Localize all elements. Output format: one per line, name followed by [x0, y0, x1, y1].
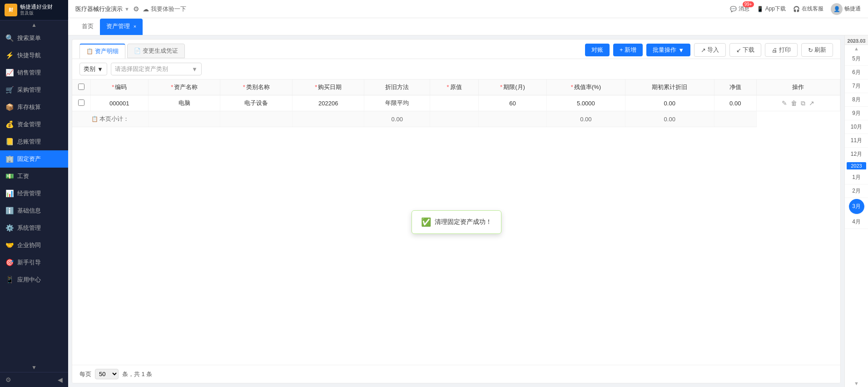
row-name: 电脑	[148, 95, 220, 111]
capital-icon: 💰	[5, 120, 14, 129]
cloud-icon: ☁	[143, 5, 149, 13]
calendar-month-10[interactable]: 10月	[845, 120, 868, 134]
calendar-month-6[interactable]: 6月	[845, 66, 868, 79]
sidebar-scroll-down[interactable]: ▼	[0, 363, 68, 372]
sidebar-item-search[interactable]: 🔍 搜索菜单	[0, 30, 68, 47]
sidebar-item-sales[interactable]: 📈 销售管理	[0, 64, 68, 81]
purchase-icon: 🛒	[5, 86, 14, 94]
batch-label: 批量操作	[653, 46, 676, 54]
calendar-month-5[interactable]: 5月	[845, 52, 868, 66]
col-residual-rate: *残值率(%)	[546, 79, 625, 95]
sidebar-item-basics[interactable]: ℹ️ 基础信息	[0, 202, 68, 219]
calendar-scroll-down[interactable]: ▼	[845, 380, 868, 387]
online-service-btn[interactable]: 🎧 在线客服	[793, 5, 823, 13]
ledger-icon: 📒	[5, 138, 14, 146]
calendar-month-1[interactable]: 1月	[845, 171, 868, 184]
refresh-btn[interactable]: ↻ 刷新	[801, 43, 833, 57]
user-label: 畅捷通	[844, 5, 861, 13]
app-center-icon: 📱	[5, 276, 14, 284]
subtabs: 📋 资产明细 📄 变更生成凭证 对账 + 新增 批量操作 ▼ ↗	[72, 40, 840, 59]
sidebar-item-purchase[interactable]: 🛒 采购管理	[0, 81, 68, 99]
calendar-month-12[interactable]: 12月	[845, 148, 868, 161]
per-page-label: 每页	[79, 370, 91, 378]
calendar-month-8[interactable]: 8月	[845, 93, 868, 107]
import-btn[interactable]: ↗ 导入	[694, 43, 726, 57]
subtotal-empty2	[220, 111, 293, 127]
category-input[interactable]: 请选择固定资产类别 ▼	[111, 63, 202, 75]
chevron-down-icon: ▼	[678, 47, 684, 54]
sidebar-item-cooperation[interactable]: 🤝 企业协同	[0, 237, 68, 254]
app-logo-icon: 财	[5, 4, 17, 16]
col-original-value-label: 原值	[450, 84, 462, 90]
sidebar-item-label: 基础信息	[17, 207, 41, 215]
company-selector[interactable]: 医疗器械行业演示 ▼	[75, 5, 129, 13]
subtab-voucher[interactable]: 📄 变更生成凭证	[127, 44, 185, 58]
reconcile-btn[interactable]: 对账	[585, 44, 610, 56]
collapse-icon[interactable]: ◀	[58, 376, 63, 383]
select-all-header[interactable]	[72, 79, 90, 95]
tab-asset-management[interactable]: 资产管理 ×	[100, 19, 143, 35]
batch-btn[interactable]: 批量操作 ▼	[646, 44, 690, 56]
voucher-icon: 📄	[134, 48, 141, 54]
subtab-asset-detail-label: 资产明细	[95, 47, 119, 55]
subtotal-empty4	[430, 111, 478, 127]
new-btn[interactable]: + 新增	[613, 44, 643, 56]
tab-close-icon[interactable]: ×	[134, 24, 136, 29]
app-download-btn[interactable]: 📱 App下载	[757, 5, 786, 13]
sidebar-item-app-center[interactable]: 📱 应用中心	[0, 271, 68, 288]
print-btn[interactable]: 🖨 打印	[765, 43, 798, 57]
refresh-label: 刷新	[814, 46, 826, 54]
settings-icon[interactable]: ⚙	[5, 376, 11, 383]
sidebar-scroll-up[interactable]: ▲	[0, 20, 68, 30]
main-area: 医疗器械行业演示 ▼ ⚙ ☁ 我要体验一下 💬 消息 99+ 📱 App下载 🎧…	[68, 0, 868, 387]
delete-icon[interactable]: 🗑	[791, 99, 797, 107]
download-icon: 📱	[757, 6, 764, 12]
row-select-cell[interactable]	[72, 95, 90, 111]
message-btn[interactable]: 💬 消息 99+	[730, 5, 749, 13]
subtab-asset-detail[interactable]: 📋 资产明细	[79, 44, 125, 59]
copy-icon[interactable]: ⧉	[801, 99, 805, 107]
calendar-month-11[interactable]: 11月	[845, 134, 868, 148]
calendar-month-2[interactable]: 2月	[845, 184, 868, 198]
edit-icon[interactable]: ✎	[782, 99, 787, 107]
calendar-close-btn[interactable]: ×	[863, 37, 866, 45]
calendar-scroll-up[interactable]: ▲	[845, 45, 868, 52]
col-residual-rate-label: 残值率(%)	[574, 84, 601, 90]
calendar-expand-btn[interactable]: ⤢	[854, 37, 859, 44]
col-name: *资产名称	[148, 79, 220, 95]
col-name-label: 资产名称	[174, 84, 198, 90]
row-checkbox[interactable]	[78, 99, 84, 106]
gear-icon[interactable]: ⚙	[133, 5, 139, 13]
sidebar-item-operations[interactable]: 📊 经营管理	[0, 185, 68, 202]
tab-home[interactable]: 首页	[75, 19, 100, 35]
sidebar-item-system[interactable]: ⚙️ 系统管理	[0, 219, 68, 237]
sidebar-item-label: 工资	[17, 172, 29, 180]
col-code-label: 编码	[115, 84, 127, 90]
sidebar-item-guide[interactable]: 🎯 新手引导	[0, 254, 68, 271]
feedback-btn[interactable]: ☁ 我要体验一下	[143, 5, 186, 13]
sidebar-item-inventory[interactable]: 📦 库存核算	[0, 99, 68, 116]
operations-icon: 📊	[5, 189, 14, 198]
sidebar-item-payroll[interactable]: 💵 工资	[0, 168, 68, 185]
sidebar-item-ledger[interactable]: 📒 总账管理	[0, 133, 68, 150]
row-residual-rate: 5.0000	[546, 95, 625, 111]
sidebar-item-label: 快捷导航	[17, 51, 41, 60]
subtotal-row: 📋 本页小计： 0.00 0.00 0.00	[72, 111, 840, 127]
calendar-month-7[interactable]: 7月	[845, 79, 868, 93]
sidebar-item-capital[interactable]: 💰 资金管理	[0, 116, 68, 133]
calendar-month-9[interactable]: 9月	[845, 107, 868, 120]
calendar-month-4[interactable]: 4月	[845, 215, 868, 229]
asset-detail-icon: 📋	[86, 48, 93, 55]
subtotal-label-cell: 📋 本页小计：	[72, 111, 148, 127]
calendar-month-3-active[interactable]: 3月	[849, 199, 864, 214]
print-icon: 🖨	[772, 47, 778, 54]
user-profile-btn[interactable]: 👤 畅捷通	[831, 3, 861, 15]
col-original-value: *原值	[430, 79, 478, 95]
download-btn[interactable]: ↙ 下载	[729, 43, 761, 57]
sidebar-item-quicknav[interactable]: ⚡ 快捷导航	[0, 47, 68, 64]
select-all-checkbox[interactable]	[78, 84, 84, 90]
more-icon[interactable]: ↗	[809, 99, 814, 107]
per-page-select[interactable]: 50 100 200	[95, 369, 119, 379]
sidebar-item-fixed-assets[interactable]: 🏢 固定资产	[0, 150, 68, 168]
category-filter[interactable]: 类别 ▼	[79, 63, 107, 75]
